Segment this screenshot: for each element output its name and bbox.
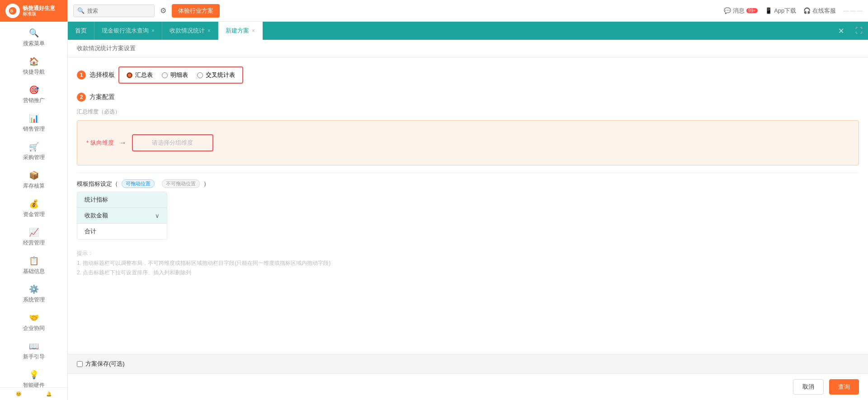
radio-detail-label: 明细表 [170,71,188,79]
app-version: 标准版 [23,11,55,17]
footer-item-1[interactable]: 😊 [16,391,21,396]
dimension-placeholder[interactable]: 请选择分组维度 [132,134,213,151]
collab-icon: 🤝 [29,313,39,323]
metrics-subtotal: 合计 [77,223,167,239]
support-item[interactable]: 🎧 在线客服 [803,7,836,15]
metrics-table: 统计指标 收款金额 ∨ 合计 [77,192,167,240]
content-area: 收款情况统计方案设置 1 选择模板 汇总表 明细表 [68,40,868,400]
save-option-text: 方案保存(可选) [85,360,125,368]
section2-num: 2 [77,93,86,102]
finance-icon: 💰 [29,199,39,209]
gear-icon[interactable]: ⚙ [160,6,166,15]
metrics-dropdown-icon[interactable]: ∨ [155,212,160,219]
form-area: 1 选择模板 汇总表 明细表 交叉统计表 [68,57,868,354]
section1-num: 1 [77,71,86,80]
query-button[interactable]: 查询 [829,379,859,395]
non-draggable-badge: 不可拖动位置 [162,179,200,188]
tab-close-all-button[interactable]: ✕ [832,22,850,40]
sidebar-label-finance: 资金管理 [23,211,45,218]
username: — — — [843,8,863,14]
dimension-placeholder-text: 请选择分组维度 [152,139,193,146]
home-icon: 🏠 [29,56,39,66]
message-icon: 💬 [724,7,731,14]
section-template: 1 选择模板 汇总表 明细表 交叉统计表 [77,66,859,84]
purchase-icon: 🛒 [29,142,39,152]
sidebar-label-marketing: 营销推广 [23,97,45,104]
divider [77,173,859,173]
tab-home[interactable]: 首页 [68,22,94,40]
sidebar-item-search[interactable]: 🔍搜索菜单 [0,24,67,52]
sidebar-item-finance[interactable]: 💰资金管理 [0,194,67,223]
system-icon: ⚙️ [29,284,39,294]
arrow-icon: → [119,139,127,147]
save-option-label[interactable]: 方案保存(可选) [77,360,125,368]
sidebar-label-inventory: 库存核算 [23,182,45,190]
section-config: 2 方案配置 汇总维度（必选） 纵向维度 → 请选择分组维度 [77,93,859,278]
metrics-item-collection[interactable]: 收款金额 ∨ [77,207,167,223]
notification-item[interactable]: 💬 消息 99+ [724,7,758,15]
footer-buttons: 取消 查询 [68,373,868,400]
metrics-label-text: 模板指标设定（ [77,180,118,188]
sidebar-item-basic-info[interactable]: 📋基础信息 [0,251,67,280]
sidebar-item-inventory[interactable]: 📦库存核算 [0,166,67,194]
radio-cross[interactable]: 交叉统计表 [197,71,235,79]
sidebar-label-collab: 企业协同 [23,325,45,332]
guide-icon: 📖 [29,341,39,351]
radio-cross-input[interactable] [197,72,203,78]
main-area: 🔍 ⚙ 体验行业方案 💬 消息 99+ 📱 App下载 🎧 在线客服 — — — [68,0,868,400]
radio-detail-input[interactable] [162,72,168,78]
sidebar-item-sales[interactable]: 📊销售管理 [0,109,67,137]
sidebar-item-purchase[interactable]: 🛒采购管理 [0,137,67,166]
footer-item-2[interactable]: 🔔 [46,391,52,396]
metrics-item-label: 收款金额 [85,212,108,220]
sidebar-item-collab[interactable]: 🤝企业协同 [0,308,67,337]
sidebar-logo: B 畅捷通好生意 标准版 [0,0,67,22]
tips: 提示： 1. 拖动标题栏可以调整布局，不可跨维度或指标区域拖动栏目字段(只能在同… [77,249,859,278]
sidebar-item-hardware[interactable]: 💡智能硬件 [0,365,67,387]
tab-new-plan-label: 新建方案 [226,27,249,35]
section1-header: 1 选择模板 汇总表 明细表 交叉统计表 [77,66,859,84]
save-option-checkbox[interactable] [77,361,83,367]
tab-home-label: 首页 [75,27,87,35]
tab-bank[interactable]: 现金银行流水查询 × [94,22,162,40]
radio-detail[interactable]: 明细表 [162,71,188,79]
sidebar-label-management: 经营管理 [23,239,45,247]
sidebar-nav: 🔍搜索菜单 🏠快捷导航 🎯营销推广 📊销售管理 🛒采购管理 📦库存核算 💰资金管… [0,22,67,387]
download-item[interactable]: 📱 App下载 [765,7,796,15]
sidebar-footer: 😊 🔔 [0,387,67,400]
marketing-icon: 🎯 [29,85,39,95]
tab-collection-label: 收款情况统计 [170,27,205,35]
dimension-group-text: 汇总维度（必选） [77,108,120,115]
tab-expand-button[interactable]: ⛶ [850,22,868,40]
tab-collection-close[interactable]: × [208,28,211,34]
metrics-config: 模板指标设定（ 可拖动位置 不可拖动位置 ） 统计指标 收款金额 ∨ 合计 [77,179,859,240]
draggable-badge: 可拖动位置 [122,179,155,188]
sidebar-label-guide: 新手引导 [23,353,45,361]
sidebar-item-system[interactable]: ⚙️系统管理 [0,280,67,308]
trial-button[interactable]: 体验行业方案 [172,4,220,18]
basic-info-icon: 📋 [29,256,39,266]
search-icon: 🔍 [77,7,85,14]
dimension-area: 纵向维度 → 请选择分组维度 [77,120,859,165]
sidebar-item-guide[interactable]: 📖新手引导 [0,337,67,365]
radio-summary-label: 汇总表 [135,71,153,79]
sidebar-item-management[interactable]: 📈经营管理 [0,223,67,251]
template-options: 汇总表 明细表 交叉统计表 [118,66,243,84]
sidebar-label-basic-info: 基础信息 [23,268,45,275]
tab-new-plan[interactable]: 新建方案 × [218,22,263,40]
cancel-button[interactable]: 取消 [793,379,824,395]
sidebar-label-home: 快捷导航 [23,68,45,76]
tab-collection[interactable]: 收款情况统计 × [162,22,218,40]
sidebar-item-marketing[interactable]: 🎯营销推广 [0,80,67,109]
sidebar-item-home[interactable]: 🏠快捷导航 [0,52,67,80]
tab-new-plan-close[interactable]: × [252,28,255,34]
search-input[interactable] [87,8,142,14]
svg-text:B: B [10,9,13,13]
radio-summary-input[interactable] [127,72,132,78]
tab-bank-close[interactable]: × [151,28,155,34]
sidebar-label-sales: 销售管理 [23,125,45,133]
section2-header: 2 方案配置 [77,93,859,102]
metrics-label-close: ） [203,180,209,188]
radio-summary[interactable]: 汇总表 [127,71,153,79]
page-title: 收款情况统计方案设置 [68,40,868,57]
